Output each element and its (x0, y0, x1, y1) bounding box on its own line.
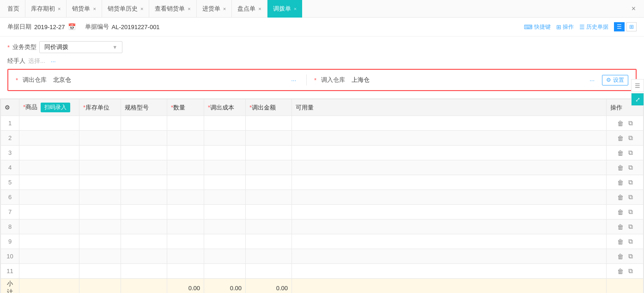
delete-row-button[interactable]: 🗑 (616, 193, 625, 202)
row-qty-cell[interactable] (167, 205, 204, 220)
row-cost-cell[interactable] (204, 175, 246, 190)
tab-close-purchase[interactable]: × (223, 6, 226, 12)
tab-home[interactable]: 首页 (4, 0, 25, 18)
tab-transfer[interactable]: 调拨单 × (267, 0, 302, 18)
row-spec-cell[interactable] (121, 205, 167, 220)
copy-row-button[interactable]: ⧉ (627, 133, 634, 143)
row-amount-cell[interactable] (246, 264, 292, 279)
row-qty-cell[interactable] (167, 116, 204, 131)
row-unit-cell[interactable] (79, 131, 121, 146)
warehouse-out-more-button[interactable]: ··· (288, 77, 299, 84)
copy-row-button[interactable]: ⧉ (627, 237, 634, 246)
row-amount-cell[interactable] (246, 175, 292, 190)
row-goods-cell[interactable] (19, 160, 79, 175)
row-amount-cell[interactable] (246, 249, 292, 264)
row-spec-cell[interactable] (121, 264, 167, 279)
history-button[interactable]: ☰ 历史单据 (579, 23, 608, 31)
row-cost-cell[interactable] (204, 190, 246, 205)
row-avail-cell[interactable] (292, 116, 607, 131)
grid-view-button[interactable]: ⊞ (626, 22, 637, 31)
row-qty-cell[interactable] (167, 160, 204, 175)
delete-row-button[interactable]: 🗑 (616, 119, 625, 128)
row-spec-cell[interactable] (121, 146, 167, 160)
row-goods-cell[interactable] (19, 146, 79, 160)
row-goods-cell[interactable] (19, 116, 79, 131)
col-settings[interactable]: ⚙ (1, 99, 19, 116)
row-avail-cell[interactable] (292, 234, 607, 249)
row-unit-cell[interactable] (79, 160, 121, 175)
row-avail-cell[interactable] (292, 220, 607, 234)
row-avail-cell[interactable] (292, 175, 607, 190)
row-cost-cell[interactable] (204, 220, 246, 234)
right-panel-expand-btn[interactable]: ⤢ (631, 93, 644, 106)
delete-row-button[interactable]: 🗑 (616, 267, 625, 276)
copy-row-button[interactable]: ⧉ (627, 207, 634, 217)
row-goods-cell[interactable] (19, 220, 79, 234)
row-goods-cell[interactable] (19, 131, 79, 146)
row-spec-cell[interactable] (121, 160, 167, 175)
row-unit-cell[interactable] (79, 116, 121, 131)
row-goods-cell[interactable] (19, 234, 79, 249)
row-cost-cell[interactable] (204, 131, 246, 146)
row-cost-cell[interactable] (204, 146, 246, 160)
copy-row-button[interactable]: ⧉ (627, 222, 634, 232)
row-amount-cell[interactable] (246, 234, 292, 249)
tab-close-view-sales[interactable]: × (188, 6, 190, 12)
row-cost-cell[interactable] (204, 264, 246, 279)
copy-row-button[interactable]: ⧉ (627, 163, 634, 172)
row-unit-cell[interactable] (79, 234, 121, 249)
delete-row-button[interactable]: 🗑 (616, 208, 625, 217)
row-avail-cell[interactable] (292, 264, 607, 279)
agent-more-button[interactable]: ··· (51, 58, 56, 65)
row-avail-cell[interactable] (292, 131, 607, 146)
row-qty-cell[interactable] (167, 220, 204, 234)
scan-button[interactable]: 扫码录入 (41, 103, 70, 112)
row-avail-cell[interactable] (292, 160, 607, 175)
delete-row-button[interactable]: 🗑 (616, 252, 625, 261)
row-qty-cell[interactable] (167, 131, 204, 146)
row-unit-cell[interactable] (79, 205, 121, 220)
row-spec-cell[interactable] (121, 249, 167, 264)
row-avail-cell[interactable] (292, 249, 607, 264)
row-spec-cell[interactable] (121, 234, 167, 249)
row-goods-cell[interactable] (19, 249, 79, 264)
row-cost-cell[interactable] (204, 205, 246, 220)
row-amount-cell[interactable] (246, 131, 292, 146)
row-qty-cell[interactable] (167, 175, 204, 190)
right-panel-list-btn[interactable]: ☰ (631, 79, 644, 92)
delete-row-button[interactable]: 🗑 (616, 222, 625, 232)
agent-input[interactable]: 选择... (28, 57, 45, 65)
row-spec-cell[interactable] (121, 175, 167, 190)
tab-inventory-check[interactable]: 盘点单 × (232, 0, 267, 18)
row-avail-cell[interactable] (292, 146, 607, 160)
tab-sales-order[interactable]: 销货单 × (67, 0, 102, 18)
row-cost-cell[interactable] (204, 249, 246, 264)
row-cost-cell[interactable] (204, 116, 246, 131)
row-goods-cell[interactable] (19, 264, 79, 279)
warehouse-in-more-button[interactable]: ··· (587, 77, 597, 84)
row-amount-cell[interactable] (246, 146, 292, 160)
window-close-button[interactable]: × (627, 5, 640, 13)
delete-row-button[interactable]: 🗑 (616, 148, 625, 158)
row-cost-cell[interactable] (204, 234, 246, 249)
operations-button[interactable]: ⊞ 操作 (556, 23, 574, 31)
table-gear-icon[interactable]: ⚙ (5, 104, 10, 111)
tab-close-sales-order[interactable]: × (93, 6, 96, 12)
delete-row-button[interactable]: 🗑 (616, 163, 625, 172)
row-goods-cell[interactable] (19, 175, 79, 190)
tab-sales-history[interactable]: 销货单历史 × (102, 0, 149, 18)
row-qty-cell[interactable] (167, 234, 204, 249)
row-qty-cell[interactable] (167, 249, 204, 264)
delete-row-button[interactable]: 🗑 (616, 178, 625, 187)
row-unit-cell[interactable] (79, 220, 121, 234)
calendar-icon[interactable]: 📅 (68, 23, 76, 31)
row-unit-cell[interactable] (79, 249, 121, 264)
list-view-button[interactable]: ☰ (614, 22, 625, 31)
copy-row-button[interactable]: ⧉ (627, 118, 634, 128)
row-qty-cell[interactable] (167, 264, 204, 279)
row-qty-cell[interactable] (167, 190, 204, 205)
row-unit-cell[interactable] (79, 190, 121, 205)
shortcuts-button[interactable]: ⌨ 快捷键 (524, 23, 551, 31)
copy-row-button[interactable]: ⧉ (627, 192, 634, 202)
row-avail-cell[interactable] (292, 190, 607, 205)
